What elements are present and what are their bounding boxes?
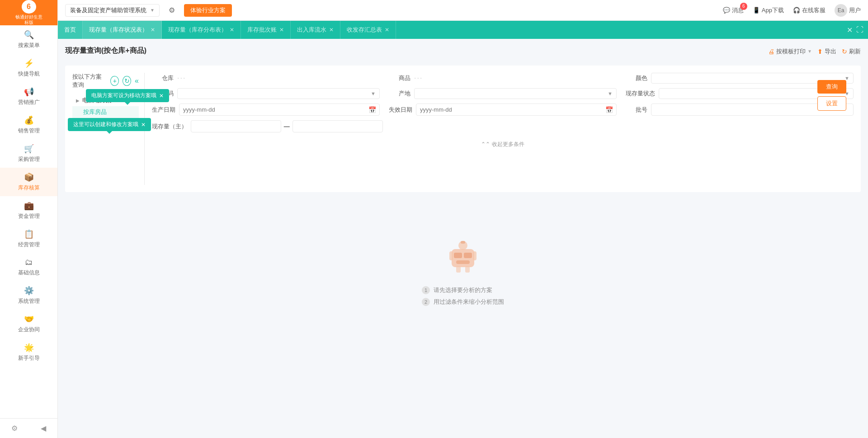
tab-home[interactable]: 首页	[58, 21, 83, 39]
tab-stock-status[interactable]: 现存量（库存状况表） ✕	[83, 21, 162, 39]
tab-stock-dist-close[interactable]: ✕	[230, 27, 234, 33]
filter-row2: 尺码 ▼ 产地 ▼ 现存量状态	[152, 88, 854, 99]
reset-button[interactable]: 设置	[817, 96, 846, 111]
basic-icon: 🗂	[25, 258, 33, 267]
scheme-pc-by-warehouse[interactable]: 按库房品	[72, 106, 139, 118]
app-selector[interactable]: 装备及固定资产辅助管理系统 ▼	[65, 4, 160, 17]
tab-inout-flow[interactable]: 出入库流水 ✕	[291, 21, 340, 39]
sidebar-item-basic[interactable]: 🗂 基础信息	[0, 253, 57, 281]
expire-date-calendar-icon[interactable]: 📅	[605, 106, 613, 113]
svg-rect-0	[452, 249, 474, 267]
gear-button[interactable]: ⚙	[167, 4, 177, 16]
refresh-icon: ↻	[842, 48, 847, 55]
tab-batch-account[interactable]: 库存批次账 ✕	[241, 21, 291, 39]
query-header-label: 按以下方案查询	[72, 73, 107, 89]
sidebar-label-system: 系统管理	[18, 297, 40, 305]
filter-goods-dots[interactable]: ···	[414, 74, 423, 82]
scheme-pc-arrow: ▶	[76, 98, 80, 103]
add-scheme-button[interactable]: +	[110, 76, 119, 86]
tab-batch-account-close[interactable]: ✕	[279, 27, 284, 33]
sidebar-item-inventory[interactable]: 📦 库存核算	[0, 168, 57, 196]
produce-date-calendar-icon[interactable]: 📅	[368, 106, 376, 113]
filter-color-label: 颜色	[626, 74, 647, 82]
user-label: 用户	[849, 6, 861, 14]
stock-qty-min-input[interactable]	[191, 120, 281, 132]
empty-step2: 2 用过滤条件来缩小分析范围	[422, 298, 504, 306]
enterprise-icon: 🤝	[24, 314, 34, 324]
top-header: 装备及固定资产辅助管理系统 ▼ ⚙ 体验行业方案 💬 消息 6 📱 App下载 …	[58, 0, 868, 21]
filter-produce-date-label: 生产日期	[152, 106, 175, 114]
settings-bottom-icon[interactable]: ⚙	[11, 424, 18, 433]
print-label: 按模板打印	[776, 47, 806, 56]
tooltip-scheme-close[interactable]: ✕	[159, 93, 164, 99]
tab-bar-end: ✕ ⛶	[842, 21, 868, 39]
search-button[interactable]: 查询	[817, 80, 846, 94]
produce-date-wrap: 📅	[179, 104, 380, 116]
filter-warehouse-label: 仓库	[152, 74, 174, 82]
phone-icon: 📱	[753, 7, 760, 14]
filter-warehouse-dots[interactable]: ···	[177, 74, 186, 82]
user-item[interactable]: Ea 用户	[835, 4, 861, 17]
refresh-button[interactable]: ↻ 刷新	[842, 47, 861, 56]
sidebar-item-enterprise[interactable]: 🤝 企业协同	[0, 310, 57, 338]
sidebar-item-operations[interactable]: 📋 经营管理	[0, 225, 57, 253]
sidebar-item-finance[interactable]: 💼 资金管理	[0, 196, 57, 225]
online-service-item[interactable]: 🎧 在线客服	[793, 6, 826, 14]
svg-rect-2	[464, 253, 472, 258]
message-icon: 💬	[723, 7, 730, 14]
expire-date-input[interactable]	[416, 104, 617, 116]
empty-step1: 1 请先选择要分析的方案	[422, 286, 504, 294]
print-button[interactable]: 🖨 按模板打印 ▼	[768, 47, 812, 56]
finance-icon: 💼	[24, 201, 34, 211]
arrow-left-icon[interactable]: «	[135, 77, 139, 85]
tab-expand-icon[interactable]: ⛶	[856, 26, 863, 34]
tab-stock-status-close[interactable]: ✕	[151, 27, 155, 33]
stock-qty-max-input[interactable]	[292, 120, 383, 132]
sidebar-item-purchase[interactable]: 🛒 采购管理	[0, 139, 57, 168]
sales-icon: 💰	[24, 115, 34, 125]
export-button[interactable]: ⬆ 导出	[817, 47, 836, 56]
step2-num: 2	[422, 298, 430, 306]
svg-rect-1	[454, 253, 462, 258]
sidebar-item-marketing[interactable]: 📢 营销推广	[0, 82, 57, 111]
messages-item[interactable]: 💬 消息 6	[723, 6, 744, 14]
filter-stock-qty-label: 现存量（主）	[152, 122, 187, 131]
sidebar-item-guide[interactable]: 🌟 新手引导	[0, 338, 57, 367]
refresh-label: 刷新	[849, 47, 861, 56]
svg-rect-9	[461, 241, 465, 244]
tab-stock-status-label: 现存量（库存状况表）	[89, 26, 148, 34]
message-badge: 6	[740, 3, 747, 10]
tab-recv-summary-close[interactable]: ✕	[385, 27, 389, 33]
filter-size-select[interactable]: ▼	[177, 88, 380, 99]
refresh-scheme-button[interactable]: ↻	[123, 76, 131, 86]
tab-inout-flow-close[interactable]: ✕	[329, 27, 334, 33]
step2-text: 用过滤条件来缩小分析范围	[434, 298, 504, 306]
sidebar-item-quick[interactable]: ⚡ 快捷导航	[0, 54, 57, 82]
filter-origin-select[interactable]: ▼	[414, 88, 617, 99]
expire-date-wrap: 📅	[416, 104, 617, 116]
tab-inout-flow-label: 出入库流水	[297, 26, 326, 34]
tooltip-create-close[interactable]: ✕	[141, 122, 146, 128]
logo-icon: 6	[22, 0, 36, 14]
sidebar-label-operations: 经营管理	[18, 241, 40, 249]
export-label: 导出	[825, 47, 836, 56]
tab-close-all-icon[interactable]: ✕	[847, 26, 853, 34]
sidebar-label-search: 搜索菜单	[18, 42, 40, 49]
sidebar-item-sales[interactable]: 💰 销售管理	[0, 111, 57, 139]
collapse-bar[interactable]: ⌃⌃ 收起更多条件	[152, 137, 854, 152]
produce-date-input[interactable]	[179, 104, 380, 116]
tab-recv-summary-label: 收发存汇总表	[347, 26, 382, 34]
collapse-sidebar-icon[interactable]: ◀	[41, 424, 46, 433]
industry-button[interactable]: 体验行业方案	[184, 4, 232, 17]
app-download-item[interactable]: 📱 App下载	[753, 6, 784, 14]
search-icon: 🔍	[24, 30, 34, 40]
top-actions: 🖨 按模板打印 ▼ ⬆ 导出 ↻ 刷新	[768, 47, 861, 56]
logo-text: 畅通好好生意标版	[15, 14, 42, 25]
app-download-label: App下载	[762, 6, 784, 14]
sidebar-item-search[interactable]: 🔍 搜索菜单	[0, 25, 57, 54]
tab-stock-dist[interactable]: 现存量（库存分布表） ✕	[162, 21, 241, 39]
tab-recv-summary[interactable]: 收发存汇总表 ✕	[340, 21, 396, 39]
sidebar-bottom: ⚙ ◀	[0, 418, 57, 438]
sidebar-item-system[interactable]: ⚙️ 系统管理	[0, 281, 57, 310]
sidebar-logo: 6 畅通好好生意标版	[0, 0, 57, 25]
